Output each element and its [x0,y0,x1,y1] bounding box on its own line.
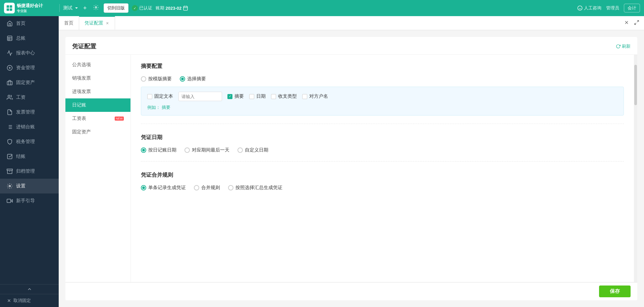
checkbox-pay-type[interactable]: 收支类型 [271,93,297,99]
checkbox-pay-type-label: 收支类型 [278,93,297,99]
svg-rect-5 [183,6,187,10]
sidebar-scroll-up-btn[interactable] [0,284,59,294]
radio-select-label: 选择摘要 [187,76,206,82]
top-bar: 畅捷通好会计 专业版 测试 + 切到旧版 ✓ 已认证 账期 2023-02 人工… [0,0,644,16]
left-nav-sales-invoice[interactable]: 销项发票 [65,72,130,85]
left-nav-payroll[interactable]: 工资表 NEW [65,112,130,125]
service-label: 人工咨询 [584,5,601,11]
tab-bar: 首页 凭证配置 × [59,16,644,30]
date-title: 凭证日期 [141,134,624,141]
checkbox-pay-type-box [271,94,276,99]
left-nav-purchase-invoice[interactable]: 进项发票 [65,85,130,98]
sidebar-label: 税务管理 [16,139,35,145]
radio-custom-date-circle [237,147,243,153]
close-ledger-icon [7,154,13,160]
headset-icon [577,5,583,11]
sidebar-item-ledger[interactable]: 总账 [0,31,59,46]
sidebar-label: 资金管理 [16,65,35,71]
merge-title: 凭证合并规则 [141,172,624,179]
svg-marker-31 [11,200,12,202]
date-section: 凭证日期 按日记账日期 对应期间最后一天 [141,134,624,162]
tab-voucher-config[interactable]: 凭证配置 × [79,16,115,30]
radio-journal-date[interactable]: 按日记账日期 [141,147,176,153]
sidebar-item-sales[interactable]: 进销台账 [0,120,59,134]
sidebar-item-fund[interactable]: 资金管理 [0,60,59,75]
service-button[interactable]: 人工咨询 [577,5,601,11]
summary-config-box: 固定文本 摘要 [141,87,624,116]
top-project[interactable]: 测试 [63,5,78,11]
left-nav-public[interactable]: 公共选项 [65,58,130,72]
radio-period-last[interactable]: 对应期间最后一天 [184,147,229,153]
content-area: 首页 凭证配置 × [59,16,644,307]
settings-button[interactable] [92,3,100,13]
checkbox-fixed-text[interactable]: 固定文本 [147,93,173,99]
radio-period-last-circle [184,147,190,153]
sidebar-item-invoice[interactable]: 发票管理 [0,105,59,120]
sidebar-item-asset[interactable]: 固定资产 [0,75,59,90]
svg-rect-19 [7,81,12,85]
sidebar-item-salary[interactable]: 工资 [0,90,59,105]
switch-old-button[interactable]: 切到旧版 [104,3,128,13]
checkbox-counterpart[interactable]: 对方户名 [302,93,328,99]
sidebar-item-report[interactable]: 报表中心 [0,46,59,60]
scrollbar[interactable] [634,55,637,282]
radio-merge-rule[interactable]: 合并规则 [194,185,220,191]
radio-template[interactable]: 按模版摘要 [141,76,172,82]
checkbox-summary[interactable]: 摘要 [227,93,244,99]
sidebar-scroll: 首页 总账 报表中心 [0,16,59,284]
scrollbar-thumb [634,65,637,105]
radio-single-circle [141,185,146,190]
left-nav-label: 进项发票 [72,89,91,94]
left-nav-label: 销项发票 [72,75,91,81]
fixed-text-input[interactable] [178,92,222,101]
left-nav-label: 工资表 [72,116,86,122]
svg-rect-12 [7,36,12,41]
invoice-icon [7,109,13,115]
left-nav-journal[interactable]: 日记账 [65,98,130,112]
checkbox-fixed-text-box [147,94,152,99]
sales-icon [7,124,13,130]
admin-label[interactable]: 管理员 [606,5,619,11]
radio-custom-date-label: 自定义日期 [245,147,268,153]
logo-text: 畅捷通好会计 [17,3,43,9]
svg-point-9 [578,6,582,10]
left-nav-fixed-asset[interactable]: 固定资产 [65,125,130,139]
radio-merge-rule-label: 合并规则 [201,185,220,191]
archive-icon [7,168,13,174]
save-button[interactable]: 保存 [599,286,631,297]
radio-single[interactable]: 单条记录生成凭证 [141,185,186,191]
sidebar-item-tax[interactable]: 税务管理 [0,134,59,149]
sidebar-item-close[interactable]: 结账 [0,149,59,164]
sidebar-item-home[interactable]: 首页 [0,16,59,31]
cancel-fixed-button[interactable]: 取消固定 [0,294,59,307]
left-nav-label: 公共选项 [72,62,91,67]
role-button[interactable]: 会计 [624,4,640,12]
svg-line-38 [635,23,636,25]
radio-journal-date-circle [141,147,146,153]
checkbox-summary-box [227,94,232,99]
tab-home[interactable]: 首页 [59,16,79,30]
close-tab-button[interactable] [623,18,631,28]
tab-close-button[interactable]: × [105,21,109,26]
radio-single-label: 单条记录生成凭证 [148,185,186,191]
left-nav-label: 固定资产 [72,129,91,134]
fullscreen-button[interactable] [633,18,641,28]
chevron-down-icon [74,6,78,10]
radio-custom-date[interactable]: 自定义日期 [237,147,268,153]
top-right-area: 人工咨询 管理员 会计 [577,4,640,12]
left-nav: 公共选项 销项发票 进项发票 日记账 [65,55,131,282]
radio-period-last-label: 对应期间最后一天 [192,147,229,153]
calendar-icon[interactable] [183,5,188,11]
sidebar-item-archive[interactable]: 归档管理 [0,164,59,179]
logo: 畅捷通好会计 专业版 [4,3,56,13]
checkbox-date[interactable]: 日期 [249,93,266,99]
add-button[interactable]: + [82,3,88,13]
refresh-button[interactable]: 刷新 [616,43,631,49]
date-radio-group: 按日记账日期 对应期间最后一天 自定义日期 [141,147,624,153]
sidebar-item-settings[interactable]: 设置 [0,179,59,193]
sidebar-label: 总账 [16,35,25,41]
checkbox-summary-label: 摘要 [234,93,244,99]
sidebar-item-guide[interactable]: 新手引导 [0,193,59,208]
radio-select[interactable]: 选择摘要 [180,76,206,82]
radio-select-merge[interactable]: 按照选择汇总生成凭证 [228,185,282,191]
